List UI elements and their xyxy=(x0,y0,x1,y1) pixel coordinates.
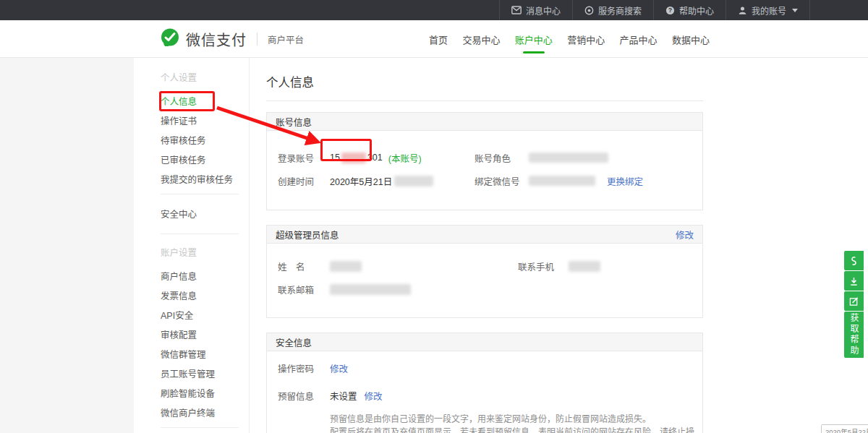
security-info-panel-title: 安全信息 xyxy=(276,335,312,349)
created-time-label: 创建时间 xyxy=(278,174,330,188)
sidebar-item-api-security[interactable]: API安全 xyxy=(161,305,249,325)
bound-wechat-value: 更换绑定 xyxy=(529,174,643,188)
admin-name-redacted xyxy=(330,261,362,272)
topbar: 消息中心 服务商搜索 ? 帮助中心 我的账号 xyxy=(0,0,868,20)
sidebar-item-my-submitted-tasks[interactable]: 我提交的审核任务 xyxy=(161,169,249,189)
date-tooltip: 2020年5月22日 xyxy=(821,424,868,433)
search-target-icon xyxy=(584,6,594,15)
sidebar-item-operation-certificate[interactable]: 操作证书 xyxy=(161,111,249,130)
login-account-suffix: 301 xyxy=(367,153,383,163)
sidebar-item-pending-review-tasks[interactable]: 待审核任务 xyxy=(161,130,249,150)
nav-transaction-center[interactable]: 交易中心 xyxy=(462,33,500,46)
topbar-item-my-account[interactable]: 我的账号 xyxy=(726,0,810,20)
topbar-item-label: 消息中心 xyxy=(526,4,561,17)
login-account-label: 登录账号 xyxy=(278,151,330,165)
operation-password-edit-link[interactable]: 修改 xyxy=(330,361,348,375)
sidebar-section-personal-settings: 个人设置 xyxy=(161,67,249,87)
sidebar: 个人设置 个人信息 操作证书 待审核任务 已审核任务 我提交的审核任务 安全中心… xyxy=(134,58,250,433)
current-account-tag: (本账号) xyxy=(388,151,422,165)
account-role-label: 账号角色 xyxy=(475,151,511,165)
nav-marketing-center[interactable]: 营销中心 xyxy=(567,33,605,46)
brand-name: 微信支付 xyxy=(186,29,247,50)
get-help-button[interactable]: 获取帮助 xyxy=(844,312,864,358)
account-info-panel: 账号信息 登录账号 15 301 (本账号) 账号角色 xyxy=(266,112,703,210)
account-info-panel-title: 账号信息 xyxy=(276,115,312,129)
sidebar-item-invoice-info[interactable]: 发票信息 xyxy=(161,286,249,305)
contact-email-redacted xyxy=(330,284,411,295)
sidebar-item-security-center[interactable]: 安全中心 xyxy=(161,204,249,223)
topbar-item-message-center[interactable]: 消息中心 xyxy=(499,0,572,20)
sidebar-item-face-smart-device[interactable]: 刷脸智能设备 xyxy=(161,383,249,403)
admin-name-label: 姓 名 xyxy=(278,260,330,273)
nav-data-center[interactable]: 数据中心 xyxy=(672,33,710,46)
title-divider xyxy=(266,100,703,101)
left-gutter xyxy=(0,58,134,433)
sidebar-divider xyxy=(161,194,239,194)
contact-phone-redacted xyxy=(569,261,600,272)
contact-phone-label: 联系手机 xyxy=(518,260,554,273)
main-nav: 首页 交易中心 账户中心 营销中心 产品中心 数据中心 xyxy=(429,20,710,58)
page-title: 个人信息 xyxy=(266,73,703,90)
rebind-link[interactable]: 更换绑定 xyxy=(607,174,643,188)
help-line: 预留信息是由你自己设置的一段文字，用来鉴定网站身份，防止假冒网站造成损失。 xyxy=(330,413,702,426)
created-date: 2020年5月21日 xyxy=(330,174,392,188)
contact-phone-value xyxy=(569,261,600,272)
topbar-item-label: 我的账号 xyxy=(752,4,786,17)
user-icon xyxy=(738,6,747,15)
reserved-info-label: 预留信息 xyxy=(278,389,330,403)
bound-wechat-label: 绑定微信号 xyxy=(475,174,520,188)
question-icon: ? xyxy=(665,6,675,15)
super-admin-panel-header: 超级管理员信息 修改 xyxy=(267,226,702,244)
topbar-item-provider-search[interactable]: 服务商搜索 xyxy=(572,0,653,20)
nav-account-center[interactable]: 账户中心 xyxy=(515,33,553,46)
security-info-panel-header: 安全信息 xyxy=(267,333,702,351)
svg-text:?: ? xyxy=(668,7,672,14)
sidebar-divider xyxy=(161,427,239,428)
sidebar-item-wechat-merchant-terminal[interactable]: 微信商户终端 xyxy=(161,403,249,422)
account-role-redacted xyxy=(529,153,608,163)
mail-icon xyxy=(511,6,522,14)
super-admin-edit-link[interactable]: 修改 xyxy=(676,228,694,241)
feedback-button[interactable] xyxy=(844,291,864,311)
account-info-panel-header: 账号信息 xyxy=(267,113,702,131)
chevron-down-icon xyxy=(792,9,798,12)
login-account-redacted xyxy=(341,153,366,163)
created-time-redacted xyxy=(394,176,433,187)
sidebar-item-reviewed-tasks[interactable]: 已审核任务 xyxy=(161,150,249,169)
topbar-item-label: 服务商搜索 xyxy=(598,4,642,17)
portal-name: 商户平台 xyxy=(268,33,304,46)
sidebar-item-merchant-info[interactable]: 商户信息 xyxy=(161,266,249,286)
nav-home[interactable]: 首页 xyxy=(429,33,448,46)
sidebar-item-personal-info[interactable]: 个人信息 xyxy=(161,91,249,111)
super-admin-panel-title: 超级管理员信息 xyxy=(276,228,339,241)
topbar-item-help-center[interactable]: ? 帮助中心 xyxy=(653,0,726,20)
sidebar-item-staff-account-management[interactable]: 员工账号管理 xyxy=(161,364,249,383)
download-icon xyxy=(849,276,859,286)
main-content: 个人信息 账号信息 登录账号 15 301 (本账号) 账号角色 xyxy=(266,58,703,433)
operation-password-label: 操作密码 xyxy=(278,361,330,375)
edit-icon xyxy=(849,296,859,306)
floating-help-widget: 获取帮助 xyxy=(844,251,864,358)
created-time-value: 2020年5月21日 xyxy=(330,174,433,188)
nav-product-center[interactable]: 产品中心 xyxy=(620,33,658,46)
help-line: 配置后将在首页及充值页面显示。若未看到预留信息，表明当前访问的网站存在风险，请终… xyxy=(330,426,702,433)
sidebar-item-review-config[interactable]: 审核配置 xyxy=(161,325,249,344)
super-admin-panel: 超级管理员信息 修改 姓 名 联系手机 联系邮箱 xyxy=(266,225,703,318)
sidebar-item-wechat-group-management[interactable]: 微信群管理 xyxy=(161,344,249,364)
login-account-prefix: 15 xyxy=(330,153,340,163)
reserved-info-edit-link[interactable]: 修改 xyxy=(365,389,383,403)
brand-divider xyxy=(257,33,258,46)
security-info-panel: 安全信息 操作密码 修改 预留信息 未设置 修改 预留信息是由 xyxy=(266,333,703,433)
sidebar-section-account-settings: 账户设置 xyxy=(161,242,249,262)
contact-email-value xyxy=(330,284,411,295)
sidebar-divider xyxy=(161,233,239,234)
contact-email-label: 联系邮箱 xyxy=(278,283,330,296)
wechat-pay-logo-icon xyxy=(160,27,180,51)
link-icon xyxy=(849,256,859,266)
topbar-items: 消息中心 服务商搜索 ? 帮助中心 我的账号 xyxy=(499,0,810,20)
download-button[interactable] xyxy=(844,271,864,291)
header: 微信支付 商户平台 首页 交易中心 账户中心 营销中心 产品中心 数据中心 xyxy=(0,20,868,58)
reserved-info-help-text: 预留信息是由你自己设置的一段文字，用来鉴定网站身份，防止假冒网站造成损失。 配置… xyxy=(330,413,702,433)
contact-link-button[interactable] xyxy=(844,251,864,270)
account-role-value xyxy=(529,153,608,163)
